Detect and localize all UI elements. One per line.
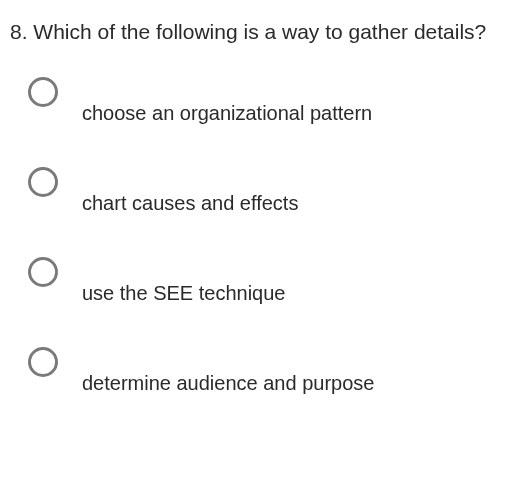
option-row[interactable]: chart causes and effects xyxy=(28,175,496,205)
radio-icon[interactable] xyxy=(28,77,58,107)
question-text: 8. Which of the following is a way to ga… xyxy=(10,18,496,45)
option-row[interactable]: choose an organizational pattern xyxy=(28,85,496,115)
option-row[interactable]: determine audience and purpose xyxy=(28,355,496,385)
option-label: determine audience and purpose xyxy=(82,372,374,395)
option-label: use the SEE technique xyxy=(82,282,285,305)
option-row[interactable]: use the SEE technique xyxy=(28,265,496,295)
option-label: chart causes and effects xyxy=(82,192,298,215)
radio-icon[interactable] xyxy=(28,167,58,197)
options-list: choose an organizational pattern chart c… xyxy=(10,85,496,385)
question-body: Which of the following is a way to gathe… xyxy=(33,20,486,43)
radio-icon[interactable] xyxy=(28,257,58,287)
option-label: choose an organizational pattern xyxy=(82,102,372,125)
radio-icon[interactable] xyxy=(28,347,58,377)
question-number: 8. xyxy=(10,20,28,43)
